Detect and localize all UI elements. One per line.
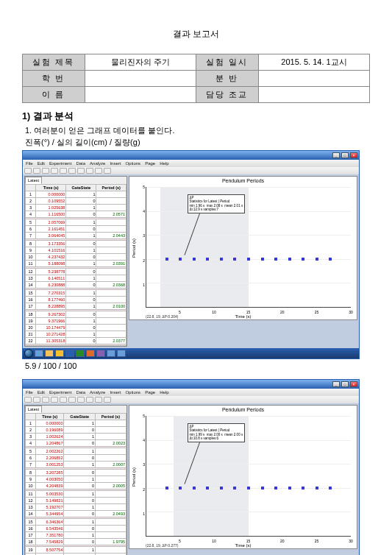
table-row[interactable]: 199.3719661 [26, 318, 126, 325]
menu-file[interactable]: File [26, 161, 33, 166]
tab-latest[interactable]: Latest [25, 406, 42, 413]
maximize-button[interactable]: □ [341, 381, 349, 387]
taskbar-icon[interactable] [55, 350, 64, 357]
table-row[interactable]: 115.0035301 [26, 491, 126, 498]
table-row[interactable]: 2110.2714281 [26, 331, 126, 338]
menu-help[interactable]: Help [160, 161, 168, 166]
tool-icon[interactable] [77, 397, 85, 403]
start-button[interactable] [24, 349, 33, 358]
table-row[interactable]: 115.18809812.0391 [26, 261, 126, 267]
table-row[interactable]: 177.3517801 [26, 532, 126, 539]
table-row[interactable]: 94.1015161 [26, 247, 126, 254]
menu-experiment[interactable]: Experiment [49, 390, 71, 395]
window-titlebar-2[interactable]: _ □ × [23, 380, 359, 389]
table-row[interactable]: 125.2387780 [26, 269, 126, 275]
tool-icon[interactable] [68, 168, 76, 174]
table-row[interactable]: 156.3463641 [26, 519, 126, 526]
tool-icon[interactable] [86, 168, 93, 174]
table-row[interactable]: 41.11650002.0571 [26, 211, 126, 218]
table-row[interactable]: 135.1927071 [26, 504, 126, 511]
tool-icon[interactable] [24, 397, 32, 403]
taskbar-icon[interactable] [107, 350, 115, 357]
tool-icon[interactable] [33, 397, 40, 403]
minimize-button[interactable]: _ [332, 152, 340, 158]
tool-icon[interactable] [95, 397, 102, 403]
table-row[interactable]: 125.1498210 [26, 498, 126, 504]
stats-callout[interactable]: ΔP Statistics for Latest | Period min 1.… [188, 423, 246, 442]
tool-icon[interactable] [95, 168, 102, 174]
tool-icon[interactable] [68, 397, 76, 403]
menu-data[interactable]: Data [76, 161, 85, 166]
table-row[interactable]: 94.0030501 [26, 476, 126, 483]
menu-data[interactable]: Data [76, 390, 85, 395]
taskbar-icon[interactable] [96, 350, 105, 357]
tab-latest[interactable]: Latest [25, 177, 42, 184]
tool-icon[interactable] [60, 168, 67, 174]
tool-icon[interactable] [51, 397, 58, 403]
table-row[interactable]: 52.0022621 [26, 448, 126, 455]
menu-help[interactable]: Help [160, 390, 168, 395]
taskbar-icon[interactable] [45, 350, 54, 357]
table-row[interactable]: 198.5077541 [26, 547, 126, 554]
table-row[interactable]: 73.00125312.0007 [26, 462, 126, 468]
table-row[interactable]: 104.2374320 [26, 254, 126, 261]
taskbar-icon[interactable] [76, 350, 85, 357]
tool-icon[interactable] [60, 397, 67, 403]
menu-page[interactable]: Page [145, 390, 155, 395]
menu-experiment[interactable]: Experiment [49, 161, 71, 166]
menu-edit[interactable]: Edit [38, 161, 45, 166]
table-row[interactable]: 62.2068520 [26, 455, 126, 462]
table-row[interactable]: 187.54582901.9795 [26, 539, 126, 545]
tool-icon[interactable] [77, 168, 85, 174]
taskbar-icon[interactable] [117, 350, 126, 357]
minimize-button[interactable]: _ [332, 381, 340, 387]
tool-icon[interactable] [24, 168, 32, 174]
taskbar-icon[interactable] [35, 350, 43, 357]
table-row[interactable]: 83.1733560 [26, 241, 126, 247]
table-row[interactable]: 10.0000001 [26, 420, 126, 427]
menu-insert[interactable]: Insert [110, 161, 121, 166]
menu-page[interactable]: Page [145, 161, 155, 166]
tool-icon[interactable] [51, 168, 58, 174]
tool-icon[interactable] [86, 397, 93, 403]
menu-options[interactable]: Options [125, 161, 140, 166]
table-row[interactable]: 178.22889512.0100 [26, 303, 126, 310]
table-row[interactable]: 62.1614510 [26, 226, 126, 233]
table-row[interactable]: 52.0570691 [26, 219, 126, 226]
stats-callout[interactable]: ΔP Statistics for Latest | Period min 1.… [188, 194, 246, 213]
menu-insert[interactable]: Insert [110, 390, 121, 395]
menu-analyze[interactable]: Analyze [90, 390, 105, 395]
table-row[interactable]: 20.1095520 [26, 198, 126, 205]
table-row[interactable]: 168.1774600 [26, 297, 126, 303]
tool-icon[interactable] [42, 397, 49, 403]
table-row[interactable]: 83.2072850 [26, 470, 126, 476]
table-row[interactable]: 146.23088802.0368 [26, 282, 126, 289]
tool-icon[interactable] [33, 168, 40, 174]
table-row[interactable]: 189.2673020 [26, 311, 126, 318]
close-button[interactable]: × [350, 381, 357, 387]
table-row[interactable]: 73.06404512.0443 [26, 233, 126, 239]
plot-area-1[interactable]: ΔP Statistics for Latest | Period min 1.… [146, 187, 351, 308]
tool-icon[interactable] [104, 168, 111, 174]
table-row[interactable]: 41.20486702.0023 [26, 440, 126, 447]
table-row[interactable]: 2211.30531802.0377 [26, 338, 126, 344]
table-row[interactable]: 31.0026241 [26, 434, 126, 440]
taskbar-icon[interactable] [65, 350, 74, 357]
menu-analyze[interactable]: Analyze [90, 161, 105, 166]
maximize-button[interactable]: □ [341, 152, 349, 158]
tool-icon[interactable] [104, 397, 111, 403]
table-row[interactable]: 20.1960890 [26, 427, 126, 434]
menu-options[interactable]: Options [125, 390, 140, 395]
table-row[interactable]: 10.0000001 [26, 191, 126, 198]
tool-icon[interactable] [42, 168, 49, 174]
table-row[interactable]: 2010.1744790 [26, 325, 126, 331]
window-titlebar-1[interactable]: _ □ × [23, 151, 359, 160]
table-row[interactable]: 136.1405111 [26, 275, 126, 282]
menu-file[interactable]: File [26, 390, 33, 395]
table-row[interactable]: 166.5435460 [26, 526, 126, 532]
table-row[interactable]: 104.20483902.0005 [26, 483, 126, 489]
table-row[interactable]: 31.0256381 [26, 205, 126, 211]
table-row[interactable]: 157.2703151 [26, 290, 126, 297]
taskbar-icon[interactable] [86, 350, 95, 357]
menu-edit[interactable]: Edit [38, 390, 45, 395]
